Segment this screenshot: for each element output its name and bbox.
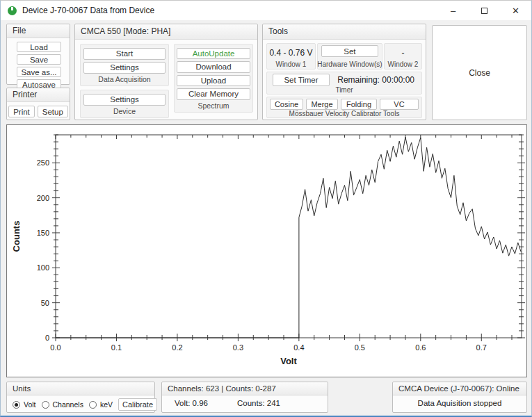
window1-panel: 0.4 - 0.76 V Window 1 bbox=[266, 43, 316, 70]
svg-text:Counts: Counts bbox=[11, 221, 22, 252]
cosine-button[interactable]: Cosine bbox=[270, 99, 303, 110]
spectrum-chart-panel: 0.00.10.20.30.40.50.60.7050100150200250C… bbox=[6, 124, 527, 377]
timer-caption: Timer bbox=[335, 86, 353, 95]
spectrum-panel: AutoUpdate Download Upload Clear Memory … bbox=[174, 44, 253, 113]
cursor-volt-value: Volt: 0.96 bbox=[175, 399, 208, 407]
svg-text:0.6: 0.6 bbox=[415, 343, 426, 352]
units-group-body: Volt Channels keV Calibrate bbox=[7, 395, 154, 411]
window2-value: - bbox=[401, 45, 404, 60]
spectrum-caption: Spectrum bbox=[198, 101, 229, 111]
channels-radio[interactable] bbox=[42, 401, 49, 409]
device-status-body: Data Aquisition stopped bbox=[393, 395, 526, 407]
cursor-counts-value: Counts: 241 bbox=[237, 399, 280, 407]
calibrator-panel: Cosine Merge Folding VC Mössbauer Veloci… bbox=[266, 97, 422, 118]
upload-button[interactable]: Upload bbox=[177, 75, 250, 87]
file-group-body: Load Save Save as... Autosave bbox=[7, 38, 70, 92]
timer-row: Set Timer Remaining: 00:00:00 bbox=[270, 74, 419, 86]
device-panel: Settings Device bbox=[80, 90, 169, 118]
svg-text:Volt: Volt bbox=[280, 356, 297, 366]
spectrum-chart[interactable]: 0.00.10.20.30.40.50.60.7050100150200250C… bbox=[7, 125, 526, 377]
save-as-button[interactable]: Save as... bbox=[17, 67, 61, 77]
close-button-label: Close bbox=[469, 68, 490, 78]
save-button[interactable]: Save bbox=[17, 54, 61, 65]
tools-group-title: Tools bbox=[263, 24, 426, 40]
file-group: File Load Save Save as... Autosave bbox=[6, 24, 70, 85]
setup-button[interactable]: Setup bbox=[38, 106, 68, 117]
device-status-box: CMCA Device (J-70-0067): Online Data Aqu… bbox=[392, 382, 527, 413]
data-acquisition-caption: Data Acquisition bbox=[98, 74, 150, 84]
file-group-title: File bbox=[7, 24, 70, 38]
tools-group: Tools 0.4 - 0.76 V Window 1 Set Hardware… bbox=[262, 24, 426, 120]
app-window: Device J-70-0067 Data from Device – ✕ Fi… bbox=[0, 0, 532, 417]
cmca-group: CMCA 550 [Mode: PHA] Start Settings Data… bbox=[74, 24, 258, 120]
svg-text:0: 0 bbox=[45, 334, 49, 342]
printer-group-body: Print Setup bbox=[7, 102, 70, 121]
autoupdate-button[interactable]: AutoUpdate bbox=[177, 48, 250, 60]
timer-remaining: Remaining: 00:00:00 bbox=[337, 75, 414, 85]
window-title: Device J-70-0067 Data from Device bbox=[22, 6, 154, 15]
units-group: Units Volt Channels keV Calibrate bbox=[6, 382, 155, 413]
cmca-group-body: Start Settings Data Acquisition Settings… bbox=[75, 40, 257, 117]
svg-text:200: 200 bbox=[37, 194, 49, 202]
vc-button[interactable]: VC bbox=[380, 99, 419, 110]
hardware-windows-panel: Set Hardware Window(s) bbox=[317, 43, 382, 70]
acquisition-settings-button[interactable]: Settings bbox=[83, 62, 166, 74]
minimize-icon[interactable]: – bbox=[437, 1, 469, 20]
start-button[interactable]: Start bbox=[83, 48, 166, 60]
close-button[interactable]: Close bbox=[432, 25, 527, 120]
svg-text:150: 150 bbox=[37, 229, 49, 237]
data-acquisition-panel: Start Settings Data Acquisition bbox=[80, 44, 169, 86]
channels-status-body: Volt: 0.96 Counts: 241 bbox=[162, 395, 328, 407]
download-button[interactable]: Download bbox=[177, 61, 250, 73]
app-icon bbox=[8, 6, 17, 15]
title-bar: Device J-70-0067 Data from Device – ✕ bbox=[1, 1, 531, 20]
maximize-icon[interactable] bbox=[469, 1, 500, 20]
timer-panel: Set Timer Remaining: 00:00:00 Timer bbox=[266, 72, 422, 95]
svg-text:100: 100 bbox=[37, 263, 49, 272]
channels-status-box: Channels: 623 | Counts: 0-287 Volt: 0.96… bbox=[161, 382, 328, 413]
channels-radio-label: Channels bbox=[53, 400, 83, 409]
print-button[interactable]: Print bbox=[8, 106, 35, 117]
calibrator-buttons-row: Cosine Merge Folding VC bbox=[270, 99, 419, 110]
cmca-group-title: CMCA 550 [Mode: PHA] bbox=[75, 24, 257, 40]
folding-button[interactable]: Folding bbox=[341, 99, 377, 110]
set-hardware-window-button[interactable]: Set bbox=[321, 45, 378, 57]
svg-text:0.3: 0.3 bbox=[233, 343, 243, 352]
channels-status-header: Channels: 623 | Counts: 0-287 bbox=[162, 382, 328, 395]
svg-text:0.0: 0.0 bbox=[50, 343, 61, 352]
device-status-header: CMCA Device (J-70-0067): Online bbox=[393, 382, 526, 395]
merge-button[interactable]: Merge bbox=[306, 99, 338, 110]
tools-group-body: 0.4 - 0.76 V Window 1 Set Hardware Windo… bbox=[263, 40, 426, 122]
window2-panel: - Window 2 bbox=[384, 43, 422, 70]
load-button[interactable]: Load bbox=[17, 42, 61, 52]
printer-group: Printer Print Setup bbox=[6, 88, 70, 120]
kev-radio-label: keV bbox=[100, 400, 113, 409]
svg-text:0.7: 0.7 bbox=[476, 343, 487, 352]
svg-text:0.5: 0.5 bbox=[355, 343, 365, 352]
units-group-title: Units bbox=[7, 382, 154, 395]
svg-text:250: 250 bbox=[37, 158, 49, 167]
calibrator-caption: Mössbauer Velocity Calibrator Tools bbox=[289, 110, 400, 118]
hardware-windows-caption: Hardware Window(s) bbox=[317, 60, 382, 69]
window2-caption: Window 2 bbox=[387, 60, 418, 69]
device-settings-button[interactable]: Settings bbox=[83, 94, 166, 106]
set-timer-button[interactable]: Set Timer bbox=[273, 74, 330, 86]
window1-caption: Window 1 bbox=[275, 60, 306, 69]
svg-text:50: 50 bbox=[41, 299, 49, 307]
volt-radio-label: Volt bbox=[24, 400, 36, 409]
printer-group-title: Printer bbox=[7, 88, 70, 102]
windows-row: 0.4 - 0.76 V Window 1 Set Hardware Windo… bbox=[266, 43, 422, 70]
window1-value: 0.4 - 0.76 V bbox=[269, 45, 312, 60]
maximize-glyph bbox=[481, 8, 487, 14]
cmca-left-column: Start Settings Data Acquisition Settings… bbox=[80, 44, 169, 118]
clear-memory-button[interactable]: Clear Memory bbox=[177, 88, 250, 100]
volt-radio[interactable] bbox=[13, 401, 20, 409]
svg-text:0.4: 0.4 bbox=[293, 343, 304, 352]
calibrate-button[interactable]: Calibrate bbox=[118, 398, 157, 411]
svg-text:0.1: 0.1 bbox=[111, 343, 122, 352]
window-controls: – ✕ bbox=[437, 1, 531, 20]
close-icon[interactable]: ✕ bbox=[500, 1, 531, 20]
device-caption: Device bbox=[113, 106, 136, 116]
svg-text:0.2: 0.2 bbox=[172, 343, 182, 352]
kev-radio[interactable] bbox=[89, 401, 97, 409]
